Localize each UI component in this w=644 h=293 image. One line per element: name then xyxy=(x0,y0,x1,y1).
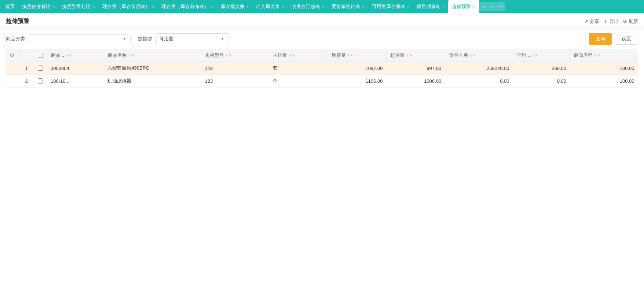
sort-unit: ▲▼ xyxy=(288,54,295,57)
row-product-name: 机油滤清器 xyxy=(104,75,201,88)
table-row: 2 186-10... 机油滤清器 123 个 1106.00 1006.00 … xyxy=(6,75,638,88)
header-actions: ↗ 分享 ⤓ 导出 ⟳ 刷新 xyxy=(584,18,638,25)
select-all-checkbox[interactable] xyxy=(38,53,43,58)
row-avg: 260.00 xyxy=(513,62,570,75)
nav-task-mgmt[interactable]: 拣货任务管理 × xyxy=(18,0,58,13)
row-checkbox[interactable] xyxy=(38,78,43,84)
nav-batch[interactable]: 库存批次账 × xyxy=(217,0,252,13)
th-index xyxy=(19,49,34,62)
nav-close-task-mgmt[interactable]: × xyxy=(52,4,55,9)
th-product-name[interactable]: 商品名称 ▲▼ xyxy=(104,49,201,62)
table-row: 1 0000004 六配套新昌490BPG 123 套 1097.00 997.… xyxy=(6,62,638,75)
page-title: 超储预警 xyxy=(6,18,29,25)
nav-close-quality[interactable]: × xyxy=(442,4,444,9)
nav-available[interactable]: 可用量库存账本 × xyxy=(368,0,413,13)
th-overstock[interactable]: 超储量 ▲▼ xyxy=(386,49,445,62)
sort-capital: ▲▼ xyxy=(469,54,476,57)
export-button[interactable]: ⤓ 导出 xyxy=(604,18,619,25)
th-unit[interactable]: 主计量 ▲▼ xyxy=(269,49,328,62)
th-product-code[interactable]: 商品... ▲▼ xyxy=(47,49,104,62)
nav-order-stat[interactable]: 要货单统计表 × xyxy=(328,0,368,13)
datasource-select-arrow: ▼ xyxy=(220,37,224,41)
table-gear-icon[interactable]: ⚙ xyxy=(10,52,14,58)
sort-avg: ▲▼ xyxy=(531,54,538,57)
nav-stock-status[interactable]: 现存量（库存状况表） × xyxy=(99,0,158,13)
table-body: 1 0000004 六配套新昌490BPG 123 套 1097.00 997.… xyxy=(6,62,638,88)
row-max-stock: 100.00 xyxy=(570,62,638,75)
datasource-select-value: 可用量 xyxy=(159,36,173,42)
nav-abnormal[interactable]: 拣货异常处理 × xyxy=(58,0,98,13)
row-settings-cell xyxy=(6,62,19,75)
share-button[interactable]: ↗ 分享 xyxy=(584,18,599,25)
filter-bar: 商品分类 ▼ 数据源 可用量 ▼ 查询 设置 xyxy=(0,29,644,49)
row-index: 2 xyxy=(19,75,34,88)
row-avg: 0.00 xyxy=(513,75,570,88)
refresh-button[interactable]: ⟳ 刷新 xyxy=(623,18,638,25)
nav-prev-arrow[interactable]: ‹ xyxy=(479,2,488,11)
th-checkbox xyxy=(34,49,47,62)
nav-quality[interactable]: 保质期查询 × xyxy=(413,0,448,13)
row-overstock: 997.00 xyxy=(386,62,445,75)
nav-close-available[interactable]: × xyxy=(407,4,409,9)
row-spec: 123 xyxy=(201,75,269,88)
data-table: ⚙ 商品... ▲▼ 商品名称 ▲▼ xyxy=(6,49,638,88)
sort-product-name: ▲▼ xyxy=(128,54,135,57)
row-product-name: 六配套新昌490BPG xyxy=(104,62,201,75)
page-header: 超储预警 ↗ 分享 ⤓ 导出 ⟳ 刷新 xyxy=(0,13,644,29)
row-checkbox-cell xyxy=(34,75,47,88)
row-index: 1 xyxy=(19,62,34,75)
row-spec: 123 xyxy=(201,62,269,75)
share-icon: ↗ xyxy=(584,19,588,24)
sort-overstock: ▲▼ xyxy=(406,54,412,57)
row-settings-cell xyxy=(6,75,19,88)
nav-home[interactable]: 首页 xyxy=(1,0,18,13)
nav-collect[interactable]: 收发存汇总表 × xyxy=(288,0,328,13)
nav-close-stock-status[interactable]: × xyxy=(152,4,154,9)
nav-stock-dist[interactable]: 现存量（库存分布表） × xyxy=(158,0,217,13)
category-select[interactable]: ▼ xyxy=(28,34,131,43)
nav-inout-flow[interactable]: 出入库流水 × xyxy=(252,0,288,13)
nav-close-abnormal[interactable]: × xyxy=(92,4,95,9)
th-capital[interactable]: 资金占用 ▲▼ xyxy=(445,49,513,62)
th-avg[interactable]: 平均... ▲▼ xyxy=(513,49,570,62)
row-unit: 个 xyxy=(269,75,328,88)
th-spec[interactable]: 规格型号 ▲▼ xyxy=(201,49,269,62)
query-button[interactable]: 查询 xyxy=(589,33,612,45)
row-capital: 0.00 xyxy=(445,75,513,88)
nav-overstock[interactable]: 超储预警 × xyxy=(448,0,479,13)
th-settings: ⚙ xyxy=(6,49,19,62)
nav-next-arrow[interactable]: › xyxy=(488,2,497,11)
row-stock: 1097.00 xyxy=(328,62,387,75)
sort-max-stock: ▲▼ xyxy=(594,54,600,57)
row-product-code: 0000004 xyxy=(47,62,104,75)
sort-spec: ▲▼ xyxy=(225,54,232,57)
nav-close-inout-flow[interactable]: × xyxy=(282,4,284,9)
th-max-stock[interactable]: 最高库存 ▲▼ xyxy=(570,49,638,62)
datasource-select[interactable]: 可用量 ▼ xyxy=(155,33,228,44)
filter-actions: 查询 设置 xyxy=(589,33,638,45)
category-label: 商品分类 xyxy=(6,36,25,42)
export-icon: ⤓ xyxy=(604,19,608,24)
settings-button[interactable]: 设置 xyxy=(615,33,638,45)
category-select-arrow: ▼ xyxy=(122,37,127,41)
nav-close-batch[interactable]: × xyxy=(246,4,249,9)
row-capital: 259220.00 xyxy=(445,62,513,75)
row-checkbox[interactable] xyxy=(38,66,43,71)
nav-close-collect[interactable]: × xyxy=(322,4,324,9)
row-checkbox-cell xyxy=(34,62,47,75)
sort-stock: ▲▼ xyxy=(347,54,354,57)
table-container: ⚙ 商品... ▲▼ 商品名称 ▲▼ xyxy=(0,49,644,88)
nav-close-order-stat[interactable]: × xyxy=(362,4,364,9)
table-header-row: ⚙ 商品... ▲▼ 商品名称 ▲▼ xyxy=(6,49,638,62)
nav-close-stock-dist[interactable]: × xyxy=(211,4,213,9)
category-filter: 商品分类 ▼ xyxy=(6,34,131,43)
th-stock[interactable]: 库存量 ▲▼ xyxy=(328,49,387,62)
refresh-icon: ⟳ xyxy=(623,19,627,24)
nav-more-arrow[interactable]: ⋯ xyxy=(497,2,505,11)
datasource-label: 数据源 xyxy=(138,36,152,42)
nav-close-overstock[interactable]: × xyxy=(473,4,475,9)
row-product-code: 186-10... xyxy=(47,75,104,88)
row-max-stock: 100.00 xyxy=(570,75,638,88)
datasource-filter: 数据源 可用量 ▼ xyxy=(138,33,228,44)
row-overstock: 1006.00 xyxy=(386,75,445,88)
